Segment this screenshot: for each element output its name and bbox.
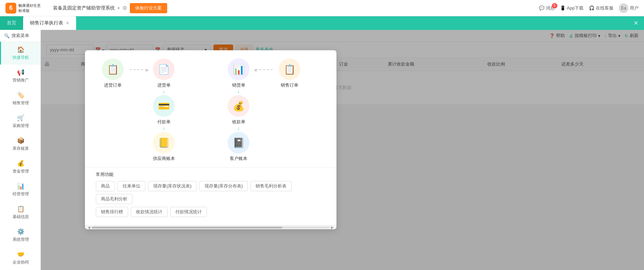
system-title-area: 装备及固定资产辅助管理系统 ▾ ⚙ 体验行业方案 xyxy=(53,3,539,13)
flow-node-customer-ledger[interactable]: 📓 客户账本 xyxy=(222,132,256,162)
flow-node-purchase-order[interactable]: 📋 进货订单 xyxy=(96,58,130,88)
headset-icon: 🎧 xyxy=(589,5,594,11)
sidebar-item-sales[interactable]: 🏷️ 销售管理 xyxy=(0,87,40,110)
receipt-bill-icon: 💰 xyxy=(228,95,249,117)
inventory-icon: 📦 xyxy=(17,137,24,144)
flow-node-purchase-bill[interactable]: 📄 进货单 xyxy=(147,58,181,88)
system-icon: ⚙️ xyxy=(17,228,24,235)
func-buttons-row1: 商品 往来单位 现存量(库存状况表) 现存量(库存分布表) 销售毛利分析表 商品… xyxy=(96,181,326,204)
popup-card: 📋 进货订单 ▶ 📄 进货单 xyxy=(85,50,336,229)
payment-bill-icon: 💳 xyxy=(153,95,175,117)
sidebar-item-system[interactable]: ⚙️ 系统管理 xyxy=(0,224,40,247)
flow-section: 📋 进货订单 ▶ 📄 进货单 xyxy=(85,50,336,167)
sidebar: 🔍 搜索菜单 🏠 快捷导航 📢 营销推广 🏷️ 销售管理 🛒 采购管理 📦 库存… xyxy=(0,30,41,270)
scrollbar-thumb xyxy=(92,227,282,229)
finance-icon: 💰 xyxy=(17,160,24,167)
logo-text: 畅康通好生意 标准版 xyxy=(18,3,41,13)
common-functions-section: 常用功能 商品 往来单位 现存量(库存状况表) 现存量(库存分布表) 销售毛利分… xyxy=(85,167,336,225)
message-badge: 5 xyxy=(552,3,557,8)
func-btn-sales-ranking[interactable]: 销售排行榜 xyxy=(96,207,128,217)
tab-bar: 首页 销售订单执行表 ✕ ✕ xyxy=(0,16,644,30)
supplier-ledger-icon: 📒 xyxy=(153,132,175,154)
main-layout: 🔍 搜索菜单 🏠 快捷导航 📢 营销推广 🏷️ 销售管理 🛒 采购管理 📦 库存… xyxy=(0,30,644,270)
purchase-bill-icon: 📄 xyxy=(153,58,175,80)
flow-node-sales-order[interactable]: 📋 销售订单 xyxy=(273,58,307,88)
func-btn-counterparty[interactable]: 往来单位 xyxy=(118,181,145,191)
flow-node-supplier-ledger[interactable]: 📒 供应商账本 xyxy=(147,132,181,162)
system-title-text: 装备及固定资产辅助管理系统 xyxy=(53,5,115,11)
sidebar-item-enterprise[interactable]: 🤝 企业协同 xyxy=(0,247,40,269)
sidebar-item-marketing[interactable]: 📢 营销推广 xyxy=(0,65,40,87)
func-buttons-row2: 销售排行榜 收款情况统计 付款情况统计 xyxy=(96,207,326,217)
operations-icon: 📊 xyxy=(17,182,24,190)
sales-bill-icon: 📊 xyxy=(228,58,249,80)
func-btn-receipt-stats[interactable]: 收款情况统计 xyxy=(131,207,168,217)
experience-button[interactable]: 体验行业方案 xyxy=(130,3,167,13)
sales-order-icon: 📋 xyxy=(279,58,300,80)
customer-ledger-icon: 📓 xyxy=(228,132,249,154)
arrow-purchase-to-payment: ↓ xyxy=(163,89,165,94)
func-btn-inventory-status[interactable]: 现存量(库存状况表) xyxy=(148,181,197,191)
func-btn-goods[interactable]: 商品 xyxy=(96,181,115,191)
system-settings-icon[interactable]: ⚙ xyxy=(122,5,127,11)
message-button[interactable]: 💬 消息 5 xyxy=(539,5,555,11)
marketing-icon: 📢 xyxy=(17,69,24,76)
sidebar-item-operations[interactable]: 📊 经营管理 xyxy=(0,178,40,201)
purchase-order-icon: 📋 xyxy=(102,58,124,80)
basic-info-icon: 📋 xyxy=(17,205,24,213)
purchase-icon: 🛒 xyxy=(17,114,24,122)
content-area: ❓ 帮助 🖨 按模板打印 ▾ ↑ 导出 ▾ ↻ 刷新 📅 xyxy=(41,30,644,270)
sales-icon: 🏷️ xyxy=(17,91,24,99)
tab-sales-order[interactable]: 销售订单执行表 ✕ xyxy=(23,16,76,30)
header-right: 💬 消息 5 📱 App下载 🎧 在线客服 Ea 用户 xyxy=(539,3,639,13)
func-btn-payment-stats[interactable]: 付款情况统计 xyxy=(170,207,207,217)
system-dropdown-arrow[interactable]: ▾ xyxy=(118,6,120,11)
func-btn-inventory-dist[interactable]: 现存量(库存分布表) xyxy=(199,181,248,191)
tab-home[interactable]: 首页 xyxy=(0,16,23,30)
logo-icon: 6 xyxy=(5,3,16,14)
user-menu[interactable]: Ea 用户 xyxy=(619,3,639,13)
func-btn-goods-profit[interactable]: 商品毛利分析 xyxy=(96,194,133,204)
arrow-receipt-to-customer: ↓ xyxy=(238,126,240,130)
enterprise-icon: 🤝 xyxy=(17,251,24,258)
flow-node-payment-bill[interactable]: 💳 付款单 xyxy=(147,95,181,125)
app-download-button[interactable]: 📱 App下载 xyxy=(560,5,584,11)
sidebar-item-basic-info[interactable]: 📋 基础信息 xyxy=(0,201,40,224)
top-header: 6 畅康通好生意 标准版 装备及固定资产辅助管理系统 ▾ ⚙ 体验行业方案 💬 … xyxy=(0,0,644,16)
logo-area: 6 畅康通好生意 标准版 xyxy=(5,3,46,14)
search-menu-item[interactable]: 🔍 搜索菜单 xyxy=(0,30,40,42)
phone-icon: 📱 xyxy=(560,5,565,11)
arrow-payment-to-supplier: ↓ xyxy=(163,126,165,130)
func-btn-sales-profit[interactable]: 销售毛利分析表 xyxy=(250,181,292,191)
sidebar-item-purchase[interactable]: 🛒 采购管理 xyxy=(0,110,40,133)
flow-node-receipt-bill[interactable]: 💰 收款单 xyxy=(222,95,256,125)
quick-nav-icon: 🏠 xyxy=(17,46,24,53)
sidebar-item-quick-nav[interactable]: 🏠 快捷导航 xyxy=(0,42,40,65)
arrow-sales-bill-to-receipt: ↓ xyxy=(238,89,240,94)
avatar: Ea xyxy=(619,3,628,13)
tab-close-icon[interactable]: ✕ xyxy=(66,21,69,25)
scroll-right-arrow[interactable]: ▶ xyxy=(331,226,334,229)
common-functions-title: 常用功能 xyxy=(96,172,326,178)
popup-scrollbar: ◀ ▶ xyxy=(85,225,336,229)
message-icon: 💬 xyxy=(539,5,544,11)
close-all-tabs-button[interactable]: ✕ xyxy=(633,19,639,27)
scrollbar-track[interactable] xyxy=(92,227,330,229)
sidebar-item-finance[interactable]: 💰 资金管理 xyxy=(0,156,40,178)
online-service-button[interactable]: 🎧 在线客服 xyxy=(589,5,613,11)
scroll-left-arrow[interactable]: ◀ xyxy=(88,226,90,229)
sidebar-item-inventory[interactable]: 📦 库存核算 xyxy=(0,133,40,156)
flow-node-sales-bill[interactable]: 📊 销货单 xyxy=(222,58,256,88)
search-icon: 🔍 xyxy=(4,33,10,38)
